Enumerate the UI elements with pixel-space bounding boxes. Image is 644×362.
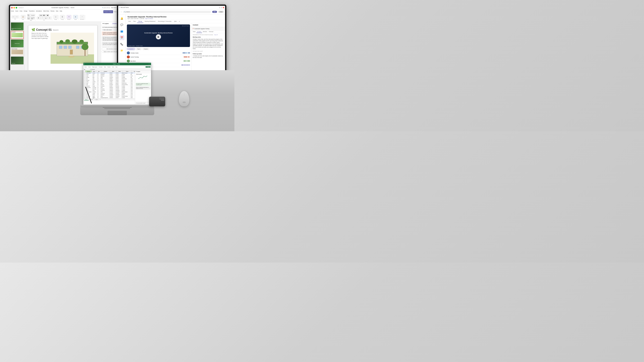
tab-home[interactable]: Home <box>11 10 14 13</box>
underline-button[interactable]: U <box>44 16 48 19</box>
layout-button[interactable]: Layout▾ <box>31 14 34 17</box>
excel-data-row[interactable]: 10PhilippinesManila27Residential9/1/2022… <box>85 85 135 87</box>
teams-content-link[interactable]: P Sustainable Upgrade: Rooftop <box>192 27 225 30</box>
tab-recordings[interactable]: Recordings & Transcripts <box>157 20 173 23</box>
col-header-H[interactable]: Value <box>132 70 135 72</box>
excel-formula-text[interactable]: =VLOOKUP <box>90 69 95 70</box>
minimize-btn[interactable] <box>13 7 15 8</box>
col-header-B[interactable]: Name <box>92 70 96 72</box>
tab-design[interactable]: Design <box>24 10 27 13</box>
undo-button[interactable]: ↩ <box>12 15 15 18</box>
topics-filter-button[interactable]: Topics <box>136 48 142 50</box>
excel-tab-formulas[interactable]: Formulas <box>98 66 103 67</box>
slide-thumb-1[interactable]: Rooftop Garden & Community Space <box>11 22 24 30</box>
excel-data-row[interactable]: 12BrazilEde Profit31Residential10/1/2022… <box>85 88 135 90</box>
bold-button[interactable]: B <box>37 16 40 19</box>
add-sheet-button[interactable]: + <box>100 99 100 100</box>
paste-button[interactable]: 📋 <box>21 15 25 19</box>
italic-button[interactable]: I <box>40 16 44 19</box>
close-btn[interactable] <box>11 7 13 8</box>
tab-recap[interactable]: Recap <box>137 20 144 23</box>
excel-tab-page-layout[interactable]: Page Layout <box>92 66 98 67</box>
addins-button[interactable]: + <box>80 15 84 19</box>
mentions-tab[interactable]: Mentions <box>202 30 208 33</box>
excel-tab-review[interactable]: Review <box>107 66 111 67</box>
excel-tab-home[interactable]: Home <box>85 66 87 67</box>
shapes-button[interactable]: ⬡ <box>54 15 58 19</box>
new-slide-button[interactable]: New Slide <box>27 14 31 17</box>
sidebar-item-activity[interactable]: 🔔 <box>119 16 124 21</box>
tab-slideshow[interactable]: Slide Show <box>43 10 49 13</box>
excel-data-row[interactable]: 2FranceDave28Residential2/3/20222/7/2022… <box>85 74 135 75</box>
notes-tab[interactable]: Notes <box>192 30 196 33</box>
laptop-trackpad[interactable] <box>108 111 127 115</box>
reuse-slides-button[interactable]: Reuse Slides <box>27 17 31 20</box>
tab-add-button[interactable]: + <box>178 20 181 23</box>
maximize-btn[interactable] <box>16 7 17 8</box>
teams-open-stream-link[interactable]: Open in Stream <box>145 18 153 19</box>
tab-chat[interactable]: Chat <box>127 20 132 23</box>
col-header-F[interactable]: Date2 <box>116 70 123 72</box>
sidebar-item-teams[interactable]: 👥 <box>119 29 124 34</box>
tab-help[interactable]: Help <box>60 10 62 13</box>
teams-search-bar[interactable]: 🔍 Search <box>123 11 211 13</box>
sidebar-item-chat[interactable]: 💬 <box>119 22 124 27</box>
col-header-G[interactable]: Status <box>123 70 132 72</box>
excel-tab-data[interactable]: Data <box>104 66 106 67</box>
tab-qa[interactable]: Q&A <box>173 20 178 23</box>
col-header-D[interactable]: Category <box>101 70 110 72</box>
arrange-button[interactable]: ☰ <box>60 15 64 19</box>
teams-back-btn[interactable]: ‹ <box>120 11 120 13</box>
teams-video-thumbnail[interactable]: Microsoft Teams Sustainable Upgrade: Roo… <box>127 24 190 47</box>
excel-data-row[interactable]: 17South KoreaSeoul39Retail12/1/202212/20… <box>85 96 135 97</box>
slide-thumb-3[interactable]: Rooftop Garden <box>11 39 24 47</box>
teams-play-button[interactable]: ▶ <box>156 34 161 39</box>
pp-search[interactable]: 🔍 Search (Alt+Q) <box>102 7 110 8</box>
notes-feedback[interactable]: Are these notes useful? <box>193 50 224 52</box>
font-family-select[interactable]: Aptos <box>39 14 46 16</box>
slides-panel[interactable]: 1 Rooftop Garden & Community Space 2 Co <box>10 22 25 72</box>
teams-maximize-btn[interactable] <box>221 7 222 8</box>
redo-button[interactable]: ↪ <box>15 15 19 18</box>
excel-tab-view[interactable]: View <box>112 66 114 67</box>
excel-data-row[interactable]: 7TurkeyIstanbul45Healthcare7/7/20227/7/2… <box>85 81 135 82</box>
excel-tab-insert[interactable]: Insert <box>88 66 91 67</box>
excel-tab-help[interactable]: Help <box>115 66 118 67</box>
copy-all-button[interactable]: Copy all <box>214 34 218 35</box>
sidebar-item-calls[interactable]: 📞 <box>119 41 124 47</box>
excel-data-row[interactable]: 6GermanyTricia38Education5/20/20227/5/20… <box>85 80 135 81</box>
excel-data-row[interactable]: 3JapanSam35Healthcare7/1/20227/4/2022Pen… <box>85 75 135 77</box>
tab-view[interactable]: View <box>56 10 58 13</box>
excel-data-row[interactable]: 16AlgeriaBeijing48Healthcare11/10/202211… <box>85 94 135 96</box>
tab-animations[interactable]: Animations <box>36 10 42 13</box>
tab-draw[interactable]: Draw <box>20 10 22 13</box>
copilot-button[interactable]: ◈ <box>73 15 78 19</box>
col-header-A[interactable]: Country <box>85 70 92 72</box>
excel-minimize[interactable]: ─ <box>148 64 148 64</box>
font-size-select[interactable]: 11 <box>46 14 49 16</box>
tab-review[interactable]: Review <box>50 10 54 13</box>
sidebar-item-files[interactable]: 📁 <box>119 48 124 53</box>
excel-copilot-input[interactable] <box>136 102 150 104</box>
chapters-filter-button[interactable]: Chapters <box>142 48 150 50</box>
excel-cell-reference[interactable]: A1 <box>85 69 88 70</box>
slide-thumb-5[interactable]: Solar Power <box>11 56 24 64</box>
tab-whiteboard[interactable]: Meeting Whiteboard <box>143 20 157 23</box>
slide-thumb-2[interactable]: Concept 01 <box>11 31 24 39</box>
excel-data-row[interactable]: 11United StatesEric Prieto40Retail9/20/2… <box>85 87 135 88</box>
excel-data-row[interactable]: 18ArgentinaBuenos Aires55Residential Apa… <box>85 97 135 98</box>
excel-data-row[interactable]: 14United KingdomCharlotte36Office11/1/20… <box>85 91 135 93</box>
tab-files[interactable]: Files <box>132 20 137 23</box>
excel-data-row[interactable]: 13MexicoElena44Commercial10/5/202210/25/… <box>85 90 135 91</box>
sidebar-item-calendar[interactable]: 📅 <box>119 35 124 40</box>
duplicate-button[interactable]: Duplicate Slide <box>31 17 34 20</box>
teams-minimize-btn[interactable] <box>219 7 220 8</box>
tab-transitions[interactable]: Transitions <box>29 10 34 13</box>
tab-insert[interactable]: Insert <box>15 10 18 13</box>
strikethrough-button[interactable]: S <box>48 16 51 19</box>
teams-join-button[interactable]: Join <box>212 11 217 13</box>
ai-notes-tab[interactable]: AI Notes <box>196 30 202 33</box>
excel-data-row[interactable]: 4AustraliaMark41Office3/15/20225/1/2022C… <box>85 77 135 78</box>
speakers-filter-button[interactable]: ● Speakers <box>127 48 135 50</box>
slide-thumb-4[interactable]: Interior Furniture <box>11 48 24 56</box>
